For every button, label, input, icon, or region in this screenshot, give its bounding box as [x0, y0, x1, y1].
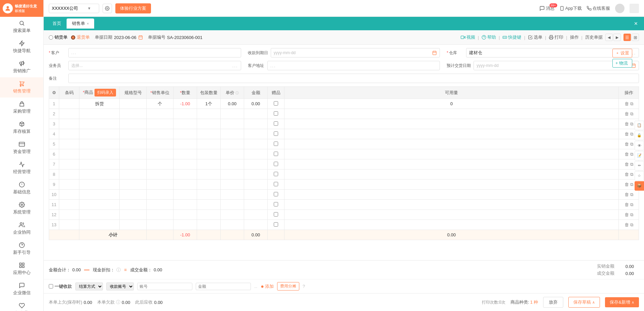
expense-help-icon[interactable]: ?: [303, 284, 305, 289]
abandon-button[interactable]: 放弃: [543, 297, 563, 308]
sidebar-item-inventory[interactable]: 库存核算: [0, 118, 43, 138]
salesperson-input[interactable]: 选择... ...: [68, 61, 241, 70]
tab-sales[interactable]: 销售单 ×: [67, 18, 94, 29]
avatar[interactable]: [615, 4, 624, 13]
sidebar-item-member[interactable]: 畅会员: [0, 299, 43, 311]
save-draft-chevron[interactable]: ∧: [592, 300, 595, 305]
sidebar-item-purchase[interactable]: 采购管理: [0, 98, 43, 118]
prev-arrow[interactable]: ◀: [605, 34, 613, 41]
delete-row-icon[interactable]: 🗑: [624, 172, 629, 177]
save-new-chevron[interactable]: ∧: [632, 300, 634, 305]
copy-row-icon[interactable]: ⧉: [630, 182, 633, 187]
sidebar-item-marketing[interactable]: 营销推广: [0, 57, 43, 77]
grid-view-btn[interactable]: ⊞: [632, 34, 639, 41]
list-view-btn[interactable]: ☰: [623, 34, 631, 41]
online-service-button[interactable]: 在线客服: [587, 5, 610, 11]
table-row: 8🗑⧉: [49, 169, 639, 180]
copy-row-icon[interactable]: ⧉: [630, 172, 633, 177]
right-tool-7[interactable]: 📦: [635, 181, 644, 191]
shortcut-action[interactable]: 快捷键: [502, 34, 521, 40]
col-gear[interactable]: ⚙: [49, 87, 59, 99]
tab-close-icon[interactable]: ×: [87, 22, 89, 26]
delete-row-icon[interactable]: 🗑: [624, 222, 629, 228]
scan-button[interactable]: 扫码录入: [94, 89, 116, 96]
right-tool-4[interactable]: 📝: [635, 151, 644, 160]
message-button[interactable]: 消息 99+: [539, 5, 555, 11]
copy-row-icon[interactable]: ⧉: [630, 222, 633, 228]
copy-row-icon[interactable]: ⧉: [630, 101, 633, 107]
select-action[interactable]: 选单: [528, 34, 542, 40]
delete-row-icon[interactable]: 🗑: [624, 152, 629, 157]
copy-row-icon[interactable]: ⧉: [630, 192, 633, 197]
right-tool-2[interactable]: 🔒: [635, 131, 644, 140]
delete-row-icon[interactable]: 🗑: [624, 101, 629, 107]
operate-action[interactable]: 操作: [570, 34, 579, 40]
one-click-payment[interactable]: 一键收款: [49, 283, 72, 289]
trial-button[interactable]: 体验行业方案: [115, 3, 151, 13]
right-tool-1[interactable]: 📋: [635, 121, 644, 130]
window-close-button[interactable]: ✕: [631, 21, 641, 26]
copy-row-icon[interactable]: ⧉: [630, 121, 633, 127]
copy-row-icon[interactable]: ⧉: [630, 162, 633, 167]
radio-sales-order[interactable]: 销货单: [49, 34, 68, 40]
payment-account-input[interactable]: [137, 283, 192, 290]
settings-action-btn[interactable]: 设置: [612, 49, 632, 57]
radio-return-order[interactable]: 退货单: [71, 34, 90, 40]
help-action[interactable]: 帮助: [482, 34, 496, 40]
sidebar-item-apps[interactable]: 应用中心: [0, 259, 43, 279]
payment-account-select[interactable]: 收款账号: [106, 282, 134, 290]
right-tool-3[interactable]: 👁: [635, 141, 644, 150]
sidebar-item-guide[interactable]: 新手引导: [0, 239, 43, 259]
delete-row-icon[interactable]: 🗑: [624, 121, 629, 127]
save-new-button[interactable]: 保存&新增 ∧: [605, 297, 639, 307]
remarks-input[interactable]: [68, 74, 639, 83]
delete-row-icon[interactable]: 🗑: [624, 192, 629, 197]
payment-method-select[interactable]: 结算方式: [75, 282, 103, 290]
copy-row-icon[interactable]: ⧉: [630, 111, 633, 117]
sidebar-item-basic-info[interactable]: 基础信息: [0, 178, 43, 198]
delete-row-icon[interactable]: 🗑: [624, 182, 629, 187]
payment-amount-input[interactable]: [196, 283, 251, 290]
copy-row-icon[interactable]: ⧉: [630, 142, 633, 147]
price-info-icon[interactable]: ⓘ: [235, 91, 239, 95]
flow-action-btn[interactable]: + 物流: [612, 59, 632, 68]
copy-row-icon[interactable]: ⧉: [630, 212, 633, 218]
print-action[interactable]: 打印: [549, 34, 563, 40]
right-tool-6[interactable]: ☆: [635, 171, 644, 181]
tab-home[interactable]: 首页: [47, 18, 67, 29]
user-menu[interactable]: [630, 4, 639, 13]
customer-address-input[interactable]: ...: [267, 61, 440, 70]
delete-row-icon[interactable]: 🗑: [624, 131, 629, 137]
sidebar-item-quick-nav[interactable]: 快捷导航: [0, 37, 43, 57]
sidebar-item-system[interactable]: 系统管理: [0, 198, 43, 219]
due-date-input[interactable]: yyyy-mm-dd: [271, 48, 440, 57]
calendar-icon[interactable]: [138, 35, 143, 40]
copy-row-icon[interactable]: ⧉: [630, 152, 633, 157]
sidebar-item-sales[interactable]: 销售管理: [0, 77, 43, 98]
expense-split-btn[interactable]: 费用分摊: [277, 282, 299, 290]
delete-row-icon[interactable]: 🗑: [624, 202, 629, 207]
right-tool-5[interactable]: ✏: [635, 161, 644, 170]
video-action[interactable]: 视频: [461, 34, 475, 40]
save-draft-button[interactable]: 保存草稿 ∧: [568, 297, 600, 308]
sidebar-item-search[interactable]: 搜索菜单: [0, 17, 43, 37]
delete-row-icon[interactable]: 🗑: [624, 142, 629, 147]
customer-input[interactable]: ...: [68, 48, 241, 57]
delete-row-icon[interactable]: 🗑: [624, 111, 629, 117]
history-action[interactable]: 历史单据: [585, 34, 603, 40]
sidebar-item-operations[interactable]: 经营管理: [0, 158, 43, 178]
sidebar-item-collaboration[interactable]: 企业协同: [0, 219, 43, 239]
sidebar-item-finance[interactable]: 资金管理: [0, 138, 43, 158]
delete-row-icon[interactable]: 🗑: [624, 162, 629, 167]
single-balance-info-icon[interactable]: ⓘ: [116, 299, 120, 305]
company-selector[interactable]: XXXXXX公司 ▾: [49, 4, 99, 13]
add-payment-btn[interactable]: ● 添加: [261, 283, 274, 289]
copy-row-icon[interactable]: ⧉: [630, 131, 633, 137]
discount-info-icon[interactable]: ⓘ: [116, 267, 121, 273]
settings-button[interactable]: [103, 4, 112, 13]
delete-row-icon[interactable]: 🗑: [624, 212, 629, 218]
copy-row-icon[interactable]: ⧉: [630, 202, 633, 207]
app-download-button[interactable]: App下载: [560, 5, 582, 11]
next-arrow[interactable]: ▶: [613, 34, 621, 41]
sidebar-item-wechat[interactable]: 企业微信: [0, 279, 43, 299]
